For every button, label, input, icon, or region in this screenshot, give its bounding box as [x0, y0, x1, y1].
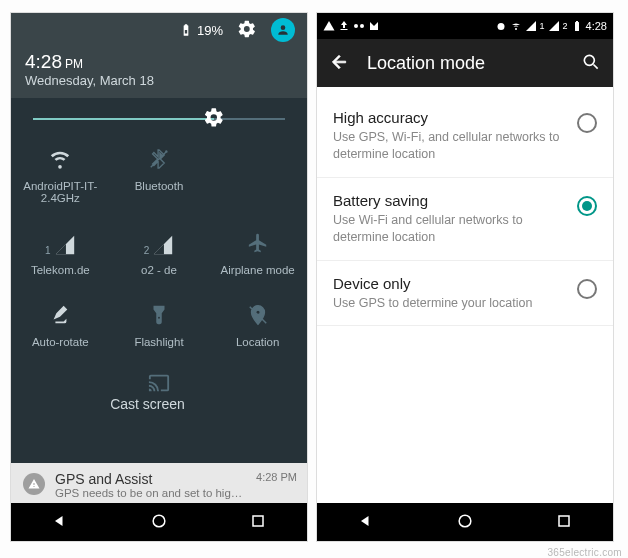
- auto-rotate-icon: [49, 302, 71, 328]
- svg-point-4: [459, 515, 471, 527]
- svg-point-3: [584, 55, 594, 65]
- nav-recent[interactable]: [248, 511, 268, 534]
- brightness-thumb-icon[interactable]: [203, 107, 225, 132]
- back-button[interactable]: [329, 52, 349, 75]
- signal-icon: 1: [45, 230, 76, 256]
- clock-ampm: PM: [65, 57, 83, 71]
- tile-cast[interactable]: Cast screen: [110, 370, 208, 412]
- wifi-icon: [510, 20, 522, 32]
- notification-card[interactable]: GPS and Assist GPS needs to be on and se…: [11, 463, 307, 503]
- tile-bluetooth[interactable]: Bluetooth: [110, 132, 209, 216]
- option-title: Battery saving: [333, 192, 565, 209]
- notification-title: GPS and Assist: [55, 471, 245, 487]
- status-bar: 1 2 4:28: [317, 13, 613, 39]
- download-icon: [338, 20, 350, 32]
- tile-label: Bluetooth: [135, 180, 184, 192]
- tile-sim1[interactable]: 1 Telekom.de: [11, 216, 110, 288]
- notification-body: GPS needs to be on and set to high accur…: [55, 487, 245, 499]
- tile-sim2[interactable]: 2 o2 - de: [110, 216, 209, 288]
- app-bar: Location mode: [317, 39, 613, 87]
- option-desc: Use GPS to determine your location: [333, 295, 565, 312]
- option-device-only[interactable]: Device only Use GPS to determine your lo…: [317, 261, 613, 327]
- signal-icon: [548, 20, 560, 32]
- page-title: Location mode: [367, 53, 485, 74]
- notification-time: 4:28 PM: [256, 471, 297, 483]
- tile-airplane[interactable]: Airplane mode: [208, 216, 307, 288]
- tile-label: AndroidPIT-IT-2.4GHz: [15, 180, 106, 204]
- warning-icon: [23, 473, 45, 495]
- status-clock: 4:28: [586, 20, 607, 32]
- nav-bar: [317, 503, 613, 541]
- tile-label: Auto-rotate: [32, 336, 89, 348]
- status-bar: 19%: [11, 13, 307, 47]
- radio-checked[interactable]: [577, 196, 597, 216]
- nav-recent[interactable]: [554, 511, 574, 534]
- option-desc: Use Wi-Fi and cellular networks to deter…: [333, 212, 565, 246]
- clock-date: Wednesday, March 18: [25, 73, 293, 88]
- radio-unchecked[interactable]: [577, 279, 597, 299]
- option-title: Device only: [333, 275, 565, 292]
- signal-icon: 2: [144, 230, 175, 256]
- airplane-icon: [247, 230, 269, 256]
- nav-home[interactable]: [149, 511, 169, 534]
- nav-back[interactable]: [356, 511, 376, 534]
- wifi-icon: [49, 146, 71, 172]
- signal-icon: [525, 20, 537, 32]
- svg-point-0: [153, 515, 165, 527]
- tile-flashlight[interactable]: Flashlight: [110, 288, 209, 360]
- brightness-slider[interactable]: [11, 98, 307, 132]
- tile-label: Cast screen: [110, 396, 185, 412]
- tile-label: o2 - de: [141, 264, 177, 276]
- option-high-accuracy[interactable]: High accuracy Use GPS, Wi-Fi, and cellul…: [317, 95, 613, 178]
- option-desc: Use GPS, Wi-Fi, and cellular networks to…: [333, 129, 565, 163]
- tile-auto-rotate[interactable]: Auto-rotate: [11, 288, 110, 360]
- tile-location[interactable]: Location: [208, 288, 307, 360]
- date-header: 4:28PM Wednesday, March 18: [11, 47, 307, 98]
- phone-right-location-mode: 1 2 4:28 Location mode High accuracy Use…: [316, 12, 614, 542]
- mail-icon: [368, 20, 380, 32]
- user-avatar[interactable]: [271, 18, 295, 42]
- option-battery-saving[interactable]: Battery saving Use Wi-Fi and cellular ne…: [317, 178, 613, 261]
- location-mode-options: High accuracy Use GPS, Wi-Fi, and cellul…: [317, 87, 613, 334]
- phone-left-quick-settings: 19% 4:28PM Wednesday, March 18: [10, 12, 308, 542]
- flashlight-icon: [148, 302, 170, 328]
- radio-unchecked[interactable]: [577, 113, 597, 133]
- warning-icon: [323, 20, 335, 32]
- svg-rect-1: [253, 516, 263, 526]
- tile-label: Telekom.de: [31, 264, 90, 276]
- bluetooth-off-icon: [148, 146, 170, 172]
- battery-icon: [571, 20, 583, 32]
- battery-indicator: 19%: [179, 23, 223, 38]
- search-button[interactable]: [581, 52, 601, 75]
- tile-label: Flashlight: [134, 336, 183, 348]
- nav-bar: [11, 503, 307, 541]
- tile-label: Airplane mode: [221, 264, 295, 276]
- nav-home[interactable]: [455, 511, 475, 534]
- alarm-icon: [495, 20, 507, 32]
- cast-icon: [110, 370, 208, 396]
- battery-text: 19%: [197, 23, 223, 38]
- nav-back[interactable]: [50, 511, 70, 534]
- option-title: High accuracy: [333, 109, 565, 126]
- svg-rect-5: [559, 516, 569, 526]
- voicemail-icon: [353, 20, 365, 32]
- clock-time: 4:28: [25, 51, 62, 72]
- watermark: 365electric.com: [547, 547, 622, 558]
- location-off-icon: [247, 302, 269, 328]
- tile-label: Location: [236, 336, 279, 348]
- settings-icon[interactable]: [237, 19, 257, 42]
- tile-wifi[interactable]: AndroidPIT-IT-2.4GHz: [11, 132, 110, 216]
